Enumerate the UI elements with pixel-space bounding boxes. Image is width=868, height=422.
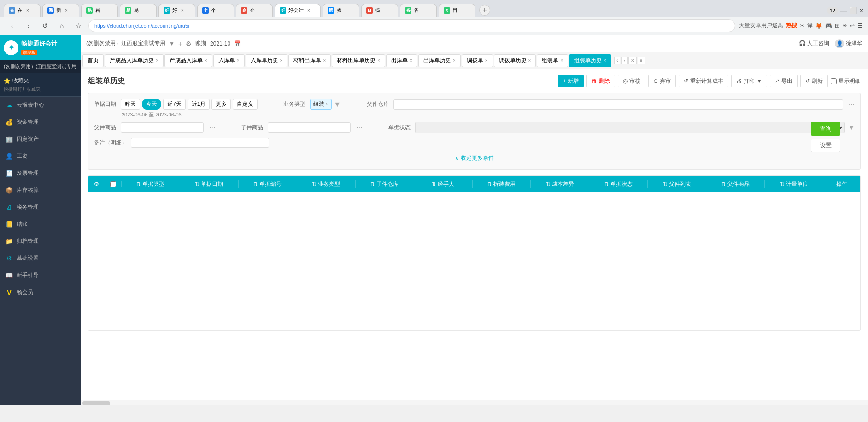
company-gear-icon[interactable]: ⚙ bbox=[186, 40, 192, 47]
date-btn-yesterday[interactable]: 昨天 bbox=[121, 99, 140, 110]
tab-assembly-history-close[interactable]: × bbox=[604, 58, 606, 63]
delete-button[interactable]: 🗑 删除 bbox=[586, 75, 615, 87]
tab-close-all[interactable]: ✕ bbox=[628, 57, 637, 64]
tab-product-inbound-history[interactable]: 产成品入库单历史 × bbox=[105, 54, 164, 67]
date-btn-1month[interactable]: 近1月 bbox=[188, 99, 210, 110]
menu-tool[interactable]: ☰ bbox=[857, 23, 862, 29]
th-parent-goods[interactable]: ⇅ 父件商品 bbox=[706, 180, 765, 188]
grid-tool[interactable]: ⊞ bbox=[835, 23, 839, 29]
order-status-dropdown[interactable]: ▼ bbox=[848, 124, 855, 131]
customer-service-button[interactable]: 🎧 人工咨询 bbox=[799, 40, 829, 47]
tab-transfer[interactable]: 调拨单 × bbox=[462, 54, 493, 67]
browser-tab-7[interactable]: 企 企 bbox=[236, 4, 273, 17]
tab-more[interactable]: ≡ bbox=[638, 57, 645, 64]
th-doc-no[interactable]: ⇅ 单据编号 bbox=[239, 180, 297, 188]
th-assembly-fee[interactable]: ⇅ 拆装费用 bbox=[473, 180, 531, 188]
extension-1[interactable]: 🦊 bbox=[815, 23, 822, 29]
child-goods-more-btn[interactable]: ··· bbox=[356, 123, 362, 132]
horizontal-scrollbar[interactable] bbox=[81, 400, 868, 405]
recalculate-button[interactable]: ↺ 重新计算成本 bbox=[679, 75, 728, 87]
tab-inbound-close[interactable]: × bbox=[237, 58, 240, 63]
sidebar-item-settings[interactable]: ⚙ 基础设置 bbox=[0, 250, 81, 267]
browser-tab-9[interactable]: 腾 腾 bbox=[323, 4, 359, 17]
add-company-button[interactable]: + bbox=[178, 40, 182, 47]
tab-outbound-history-close[interactable]: × bbox=[453, 58, 456, 63]
th-doc-type[interactable]: ⇅ 单据类型 bbox=[122, 180, 180, 188]
date-btn-custom[interactable]: 自定义 bbox=[233, 99, 258, 110]
th-cost-diff[interactable]: ⇅ 成本差异 bbox=[531, 180, 589, 188]
tab-inbound-history[interactable]: 入库单历史 × bbox=[246, 54, 288, 67]
show-detail-checkbox-label[interactable]: 显示明细 bbox=[831, 77, 861, 85]
browser-tab-11[interactable]: 各 各 bbox=[400, 4, 437, 17]
date-btn-today[interactable]: 今天 bbox=[142, 99, 161, 110]
abandon-button[interactable]: ⊙ 弃审 bbox=[648, 75, 676, 87]
back-button[interactable]: ‹ bbox=[6, 19, 18, 32]
biztype-tag-close[interactable]: × bbox=[326, 102, 328, 107]
tab-assembly[interactable]: 组装单 × bbox=[537, 54, 568, 67]
tab-scroll-left[interactable]: ‹ bbox=[614, 57, 620, 64]
th-settings[interactable]: ⚙ bbox=[88, 181, 105, 187]
biztype-dropdown[interactable]: ▼ bbox=[334, 100, 341, 109]
new-button[interactable]: + 新增 bbox=[558, 75, 584, 87]
home-button[interactable]: ⌂ bbox=[55, 19, 68, 32]
tab-product-inbound-close[interactable]: × bbox=[205, 58, 207, 63]
parent-goods-input[interactable] bbox=[121, 122, 204, 133]
tab-material-outbound-history[interactable]: 材料出库单历史 × bbox=[332, 54, 385, 67]
tab-inbound[interactable]: 入库单 × bbox=[213, 54, 245, 67]
sidebar-item-funds[interactable]: 💰 资金管理 bbox=[0, 114, 81, 131]
tab-outbound-close[interactable]: × bbox=[410, 58, 412, 63]
tab-assembly-close[interactable]: × bbox=[560, 58, 563, 63]
tab-transfer-history-close[interactable]: × bbox=[528, 58, 531, 63]
sidebar-item-archive[interactable]: 📁 归档管理 bbox=[0, 233, 81, 250]
company-dropdown-icon[interactable]: ▼ bbox=[169, 40, 175, 47]
bookmark-button[interactable]: ☆ bbox=[72, 19, 85, 32]
tab-material-outbound[interactable]: 材料出库单 × bbox=[288, 54, 331, 67]
tab-material-outbound-close[interactable]: × bbox=[323, 58, 326, 63]
browser-tab-2[interactable]: 新 新 × bbox=[42, 4, 79, 17]
refresh-browser-button[interactable]: ↺ bbox=[39, 19, 52, 32]
th-doc-status[interactable]: ⇅ 单据状态 bbox=[589, 180, 648, 188]
tab-assembly-history[interactable]: 组装单历史 × bbox=[569, 54, 611, 67]
th-checkbox[interactable] bbox=[105, 181, 122, 187]
sidebar-item-inventory[interactable]: 📦 库存核算 bbox=[0, 182, 81, 199]
order-status-select[interactable] bbox=[415, 122, 845, 133]
new-tab-button[interactable]: + bbox=[479, 5, 490, 16]
browser-tab-3[interactable]: 易 易 bbox=[81, 4, 118, 17]
select-all-checkbox[interactable] bbox=[110, 181, 116, 187]
tab-close-5[interactable]: × bbox=[181, 8, 184, 13]
tab-close-2[interactable]: × bbox=[65, 8, 68, 13]
date-btn-7days[interactable]: 近7天 bbox=[163, 99, 186, 110]
browser-tab-1[interactable]: 在 在 × bbox=[4, 4, 41, 17]
cut-tool[interactable]: ✂ bbox=[800, 23, 804, 29]
tab-material-outbound-history-close[interactable]: × bbox=[377, 58, 380, 63]
query-button[interactable]: 查询 bbox=[811, 122, 840, 136]
maximize-button[interactable]: ⬜ bbox=[849, 7, 857, 14]
extension-2[interactable]: 🎮 bbox=[825, 23, 832, 29]
sidebar-item-invoice[interactable]: 🧾 发票管理 bbox=[0, 165, 81, 182]
sidebar-item-salary[interactable]: 👤 工资 bbox=[0, 148, 81, 165]
translate-tool[interactable]: 译 bbox=[807, 22, 813, 29]
th-parent-list[interactable]: ⇅ 父件列表 bbox=[648, 180, 706, 188]
remarks-input[interactable] bbox=[131, 138, 269, 148]
user-profile-button[interactable]: 👤 徐泽华 bbox=[835, 39, 862, 48]
sidebar-item-member[interactable]: V 畅会员 bbox=[0, 284, 81, 301]
tab-close-1[interactable]: × bbox=[26, 8, 29, 13]
child-goods-input[interactable] bbox=[268, 122, 351, 133]
parent-goods-more-btn[interactable]: ··· bbox=[209, 123, 215, 132]
print-button[interactable]: 🖨 打印 ▼ bbox=[731, 75, 767, 87]
tab-product-inbound-history-close[interactable]: × bbox=[156, 58, 158, 63]
th-handler[interactable]: ⇅ 经手人 bbox=[414, 180, 473, 188]
scroll-thumb[interactable] bbox=[82, 401, 110, 405]
warehouse-input[interactable] bbox=[393, 99, 843, 110]
show-detail-checkbox[interactable] bbox=[831, 78, 837, 84]
settings-button[interactable]: 设置 bbox=[811, 139, 840, 152]
th-unit[interactable]: ⇅ 计量单位 bbox=[765, 180, 823, 188]
tab-close-8[interactable]: × bbox=[307, 8, 310, 13]
tab-product-inbound[interactable]: 产成品入库单 × bbox=[164, 54, 212, 67]
export-button[interactable]: ↗ 导出 bbox=[770, 75, 798, 87]
approve-button[interactable]: ◎ 审核 bbox=[618, 75, 645, 87]
browser-tab-8[interactable]: 好 好会计 × bbox=[275, 4, 321, 17]
th-biz-type[interactable]: ⇅ 业务类型 bbox=[297, 180, 356, 188]
sidebar-item-guide[interactable]: 📖 新手引导 bbox=[0, 267, 81, 284]
tab-outbound-history[interactable]: 出库单历史 × bbox=[418, 54, 461, 67]
